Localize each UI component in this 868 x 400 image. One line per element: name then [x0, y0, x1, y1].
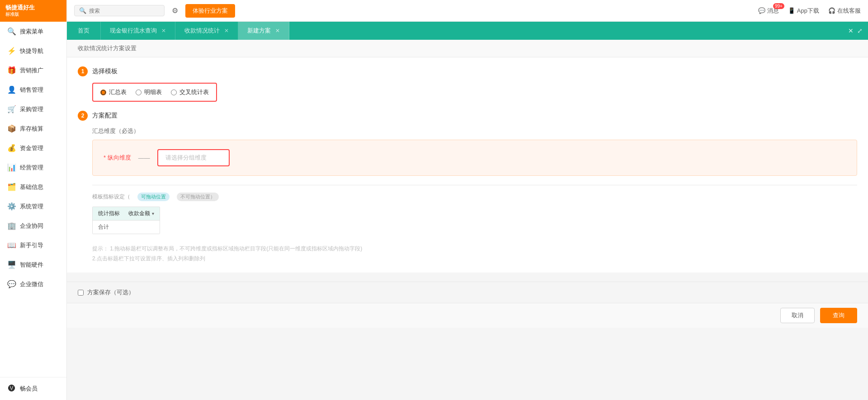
download-item[interactable]: 📱 App下载 — [788, 7, 819, 15]
tab-new-plan-label: 新建方案 — [247, 27, 271, 35]
stats-label: 统计指标 — [98, 210, 120, 217]
stats-table-row: 合计 — [93, 221, 160, 234]
sidebar-item-label: 企业协同 — [20, 222, 43, 230]
sidebar-item-label: 畅会员 — [20, 385, 38, 393]
tab-home[interactable]: 首页 — [67, 22, 101, 40]
sidebar-item-member[interactable]: 🅥 畅会员 — [0, 381, 66, 396]
tab-new-plan[interactable]: 新建方案 ✕ — [238, 22, 289, 40]
logo-title: 畅捷通好生 — [5, 4, 35, 11]
tab-maximize-icon[interactable]: ⤢ — [857, 27, 863, 34]
support-icon: 🎧 — [828, 7, 835, 14]
query-button[interactable]: 查询 — [820, 308, 857, 323]
step1-section: 1 选择模板 汇总表 明细表 — [78, 66, 857, 102]
cancel-button[interactable]: 取消 — [780, 308, 815, 323]
radio-summary-input[interactable] — [100, 89, 106, 95]
search-box[interactable]: 🔍 — [74, 5, 165, 16]
download-icon: 📱 — [788, 7, 795, 14]
notification-item[interactable]: 💬 消息 99+ — [758, 7, 779, 15]
app-logo: 畅捷通好生 标准版 — [0, 0, 66, 22]
settings-icon[interactable]: ⚙ — [172, 6, 178, 15]
step2-title: 方案配置 — [92, 112, 118, 120]
sidebar-item-hardware[interactable]: 🖥️ 智能硬件 — [0, 255, 66, 274]
form-container: 1 选择模板 汇总表 明细表 — [67, 57, 868, 273]
radio-detail[interactable]: 明细表 — [136, 88, 162, 96]
draggable-hint: 模板指标设定（ 可拖动位置 不可拖动位置） — [92, 193, 857, 201]
notification-badge: 99+ — [773, 3, 784, 9]
tab-new-plan-close[interactable]: ✕ — [275, 28, 280, 34]
sidebar-item-marketing[interactable]: 🎁 营销推广 — [0, 61, 66, 80]
sales-icon: 👤 — [7, 85, 16, 94]
sidebar-item-label: 采购管理 — [20, 105, 43, 113]
sidebar-item-purchase[interactable]: 🛒 采购管理 — [0, 99, 66, 119]
tab-bank-flow-label: 现金银行流水查询 — [110, 27, 157, 35]
footer-bar: 取消 查询 — [67, 303, 868, 328]
search-icon: 🔍 — [7, 27, 16, 36]
sidebar-item-inventory[interactable]: 📦 库存核算 — [0, 119, 66, 138]
purchase-icon: 🛒 — [7, 105, 16, 113]
radio-cross-label: 交叉统计表 — [179, 88, 209, 96]
tab-close-all-icon[interactable]: ✕ — [848, 27, 854, 34]
finance-icon: 💰 — [7, 144, 16, 152]
sidebar-item-sales[interactable]: 👤 销售管理 — [0, 80, 66, 99]
step1-number: 1 — [78, 66, 88, 76]
radio-detail-label: 明细表 — [144, 88, 162, 96]
radio-summary-label: 汇总表 — [109, 88, 127, 96]
indicators-section: 模板指标设定（ 可拖动位置 不可拖动位置） 统计指标 收款金额 ▾ — [92, 185, 857, 240]
tab-collections-label: 收款情况统计 — [184, 27, 220, 35]
sidebar-item-label: 经营管理 — [20, 164, 43, 172]
stats-table-header: 统计指标 收款金额 ▾ — [93, 207, 160, 221]
template-selection-box: 汇总表 明细表 交叉统计表 — [92, 83, 217, 102]
tab-home-label: 首页 — [78, 27, 90, 35]
sidebar-item-system[interactable]: ⚙️ 系统管理 — [0, 197, 66, 216]
tab-bank-flow[interactable]: 现金银行流水查询 ✕ — [101, 22, 175, 40]
member-icon: 🅥 — [7, 385, 16, 393]
logo-sub: 标准版 — [5, 11, 35, 18]
tabbar-actions: ✕ ⤢ — [843, 22, 868, 40]
nav-icon: ⚡ — [7, 47, 16, 55]
dimension-arrow: —— — [138, 155, 150, 161]
topbar-right: 💬 消息 99+ 📱 App下载 🎧 在线客服 — [758, 7, 861, 15]
sidebar-item-label: 基础信息 — [20, 183, 43, 191]
stats-row-label: 合计 — [98, 224, 109, 230]
support-item[interactable]: 🎧 在线客服 — [828, 7, 861, 15]
sidebar-item-guide[interactable]: 📖 新手引导 — [0, 235, 66, 255]
sidebar-item-label: 系统管理 — [20, 202, 43, 211]
guide-icon: 📖 — [7, 241, 16, 249]
save-checkbox-label[interactable]: 方案保存（可选） — [87, 288, 134, 296]
sidebar-item-operations[interactable]: 📊 经营管理 — [0, 158, 66, 177]
message-icon: 💬 — [758, 7, 765, 14]
step1-header: 1 选择模板 — [78, 66, 857, 76]
tab-collections-close[interactable]: ✕ — [224, 28, 229, 34]
save-checkbox[interactable] — [78, 290, 84, 296]
radio-cross[interactable]: 交叉统计表 — [171, 88, 209, 96]
tab-bank-flow-close[interactable]: ✕ — [161, 28, 166, 34]
sidebar-item-label: 资金管理 — [20, 144, 43, 152]
sidebar-item-search[interactable]: 🔍 搜索菜单 — [0, 22, 66, 41]
tabbar: 首页 现金银行流水查询 ✕ 收款情况统计 ✕ 新建方案 ✕ ✕ ⤢ — [67, 22, 868, 40]
chevron-down-icon[interactable]: ▾ — [152, 211, 154, 216]
page-breadcrumb: 收款情况统计方案设置 — [78, 45, 137, 52]
step2-header: 2 方案配置 — [78, 111, 857, 121]
hint-line1: 提示： 1.拖动标题栏可以调整布局，不可跨维度或指标区域拖动栏目字段(只能在同一… — [92, 244, 857, 254]
indicators-section-label: 模板指标设定（ — [92, 193, 130, 201]
sidebar-item-label: 企业微信 — [20, 280, 43, 288]
tab-collections[interactable]: 收款情况统计 ✕ — [175, 22, 238, 40]
search-input[interactable] — [89, 8, 152, 14]
sidebar-item-basic[interactable]: 🗂️ 基础信息 — [0, 177, 66, 197]
step2-number: 2 — [78, 111, 88, 121]
sidebar-item-finance[interactable]: 💰 资金管理 — [0, 138, 66, 158]
industry-solution-button[interactable]: 体验行业方案 — [185, 4, 235, 18]
radio-detail-input[interactable] — [136, 89, 142, 95]
search-icon: 🔍 — [79, 7, 86, 14]
bottom-save-bar: 方案保存（可选） — [67, 282, 868, 303]
radio-cross-input[interactable] — [171, 89, 177, 95]
sidebar-item-nav[interactable]: ⚡ 快捷导航 — [0, 41, 66, 61]
dimension-selector[interactable]: 请选择分组维度 — [157, 149, 230, 166]
stats-table: 统计指标 收款金额 ▾ 合计 — [92, 207, 160, 234]
sidebar-item-wechat[interactable]: 💬 企业微信 — [0, 274, 66, 294]
hardware-icon: 🖥️ — [7, 260, 16, 269]
radio-summary[interactable]: 汇总表 — [100, 88, 127, 96]
sidebar-item-corp[interactable]: 🏢 企业协同 — [0, 216, 66, 235]
page-title-bar: 收款情况统计方案设置 — [67, 40, 868, 57]
dimension-area: * 纵向维度 —— 请选择分组维度 — [92, 140, 857, 176]
